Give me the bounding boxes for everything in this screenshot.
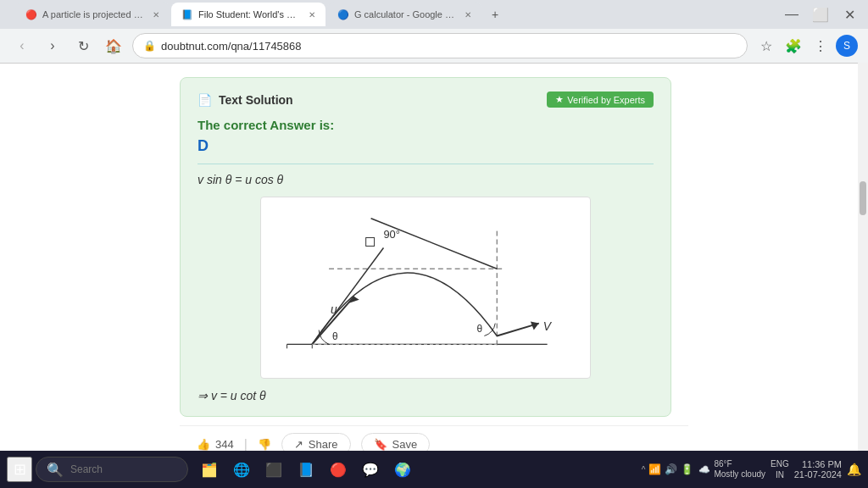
tab2-close[interactable]: ✕ xyxy=(309,10,315,19)
taskbar-icon-earth[interactable]: 🌍 xyxy=(388,455,417,484)
navigation-bar: ‹ › ↻ 🏠 🔒 doubtnut.com/qna/11745868 ☆ 🧩 … xyxy=(0,29,868,63)
tray-network: 📶 xyxy=(648,463,661,475)
clock-date: 21-07-2024 xyxy=(794,469,842,480)
card-header: 📄 Text Solution ★ Verified by Experts xyxy=(198,92,654,108)
verified-text: Verified by Experts xyxy=(567,95,645,105)
share-button[interactable]: ↗ Share xyxy=(281,433,351,452)
tab2-favicon: 📘 xyxy=(181,9,193,20)
restore-button[interactable]: ⬜ xyxy=(809,3,832,26)
svg-line-5 xyxy=(312,247,383,344)
language-indicator: ENGIN xyxy=(771,458,789,480)
browser-actions: ☆ 🧩 ⋮ S xyxy=(754,34,858,58)
text-solution-icon: 📄 xyxy=(198,93,212,107)
weather-icon: ☁️ xyxy=(698,464,710,475)
card-title: 📄 Text Solution xyxy=(198,93,293,107)
taskbar: ⊞ 🔍 🗂️ 🌐 ⬛ 📘 🔴 💬 🌍 ^ 📶 🔊 🔋 ☁️ 86°FMostly… xyxy=(0,451,868,488)
taskbar-right: ^ 📶 🔊 🔋 ☁️ 86°FMostly cloudy ENGIN 11:36… xyxy=(642,458,861,480)
taskbar-icon-teams[interactable]: 📘 xyxy=(292,455,320,484)
forward-button[interactable]: › xyxy=(41,34,64,58)
taskbar-app-icons: 🗂️ 🌐 ⬛ 📘 🔴 💬 🌍 xyxy=(195,455,417,484)
like-button[interactable]: 👍 344 xyxy=(197,438,234,451)
tab3-favicon: 🔵 xyxy=(337,9,349,20)
tray-chevron[interactable]: ^ xyxy=(642,465,646,474)
result-equation: ⇒ v = u cot θ xyxy=(198,389,654,402)
thumbs-down-icon: 👎 xyxy=(258,438,271,451)
verified-badge: ★ Verified by Experts xyxy=(547,92,654,108)
solution-card: 📄 Text Solution ★ Verified by Experts Th… xyxy=(180,77,671,417)
browser-chrome: 🔴 A particle is projected with a ve ✕ 📘 … xyxy=(0,0,868,64)
svg-text:θ: θ xyxy=(332,330,338,342)
card-title-text: Text Solution xyxy=(219,93,293,107)
refresh-button[interactable]: ↻ xyxy=(71,34,95,58)
section-divider xyxy=(198,164,654,164)
taskbar-icon-edge[interactable]: 🌐 xyxy=(227,455,256,484)
svg-text:V: V xyxy=(543,319,553,333)
profile-avatar[interactable]: S xyxy=(836,35,858,57)
taskbar-icon-files[interactable]: 🗂️ xyxy=(195,455,224,484)
svg-rect-15 xyxy=(366,238,375,247)
taskbar-search-box[interactable]: 🔍 xyxy=(36,457,188,482)
tab-particle[interactable]: 🔴 A particle is projected with a ve ✕ xyxy=(15,3,170,26)
taskbar-icon-chrome[interactable]: 🔴 xyxy=(324,455,353,484)
search-icon: 🔍 xyxy=(47,462,64,478)
tab-filo[interactable]: 📘 Filo Student: World's Only Live ✕ xyxy=(171,3,326,26)
taskbar-icon-store[interactable]: ⬛ xyxy=(259,455,288,484)
tab-calculator[interactable]: 🔵 G calculator - Google Search ✕ xyxy=(327,3,481,26)
tab1-close[interactable]: ✕ xyxy=(153,10,159,19)
start-button[interactable]: ⊞ xyxy=(7,457,32,482)
bookmark-icon: 🔖 xyxy=(374,438,387,451)
tab3-title: G calculator - Google Search xyxy=(354,9,456,19)
minimize-button[interactable]: — xyxy=(780,3,804,26)
dislike-button[interactable]: 👎 xyxy=(258,438,271,451)
tray-battery: 🔋 xyxy=(681,463,693,475)
share-label: Share xyxy=(309,438,338,451)
back-button[interactable]: ‹ xyxy=(10,34,34,58)
action-divider: | xyxy=(244,437,248,452)
address-bar[interactable]: 🔒 doubtnut.com/qna/11745868 xyxy=(132,33,748,58)
physics-diagram: u V θ θ 90° xyxy=(260,197,591,379)
scrollbar-thumb[interactable] xyxy=(860,181,866,215)
extensions-button[interactable]: 🧩 xyxy=(782,34,805,58)
tab-bar: 🔴 A particle is projected with a ve ✕ 📘 … xyxy=(0,0,868,29)
window-close-button[interactable]: ✕ xyxy=(837,3,861,26)
star-icon: ★ xyxy=(555,94,564,105)
weather-text: 86°FMostly cloudy xyxy=(714,459,765,480)
thumbs-up-icon: 👍 xyxy=(197,438,210,451)
action-bar: 👍 344 | 👎 ↗ Share 🔖 Save xyxy=(180,425,688,452)
equation-text: v sin θ = u cos θ xyxy=(198,173,654,186)
tab3-close[interactable]: ✕ xyxy=(465,10,471,19)
svg-text:90°: 90° xyxy=(383,228,399,241)
tab1-favicon: 🔴 xyxy=(25,9,37,20)
home-button[interactable]: 🏠 xyxy=(102,34,125,58)
tab1-title: A particle is projected with a ve xyxy=(42,9,144,19)
taskbar-icon-chat[interactable]: 💬 xyxy=(356,455,385,484)
svg-text:u: u xyxy=(331,302,337,316)
save-button[interactable]: 🔖 Save xyxy=(361,433,431,452)
system-clock[interactable]: 11:36 PM 21-07-2024 xyxy=(794,459,842,480)
url-text: doubtnut.com/qna/11745868 xyxy=(161,40,302,53)
svg-line-6 xyxy=(371,219,498,269)
notification-button[interactable]: 🔔 xyxy=(847,463,861,476)
clock-time: 11:36 PM xyxy=(794,459,842,469)
new-tab-button[interactable]: + xyxy=(483,3,507,26)
tab2-title: Filo Student: World's Only Live xyxy=(198,9,300,19)
tray-speaker: 🔊 xyxy=(665,463,677,475)
like-count: 344 xyxy=(215,438,234,451)
weather-widget[interactable]: ☁️ 86°FMostly cloudy xyxy=(698,459,765,480)
browser-menu-button[interactable]: ⋮ xyxy=(809,34,832,58)
scrollbar-track[interactable] xyxy=(858,63,868,451)
correct-answer-label: The correct Answer is: xyxy=(198,118,654,132)
bookmark-star-button[interactable]: ☆ xyxy=(754,34,778,58)
share-icon: ↗ xyxy=(294,438,303,451)
taskbar-search-input[interactable] xyxy=(70,463,177,475)
answer-letter: D xyxy=(198,137,654,155)
svg-text:θ: θ xyxy=(476,323,482,335)
save-label: Save xyxy=(392,438,418,451)
lock-icon: 🔒 xyxy=(143,40,156,52)
system-tray: ^ 📶 🔊 🔋 xyxy=(642,463,694,475)
page-content: 📄 Text Solution ★ Verified by Experts Th… xyxy=(0,64,868,452)
